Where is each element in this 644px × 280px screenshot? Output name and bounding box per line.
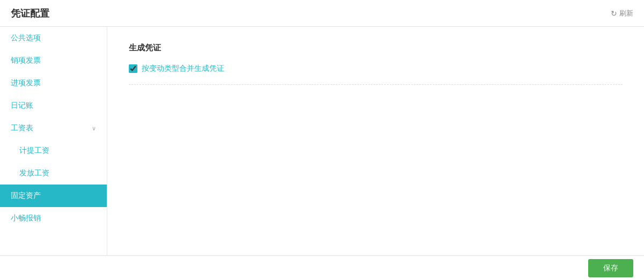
- page-title: 凭证配置: [11, 7, 49, 20]
- refresh-icon: ↻: [611, 9, 617, 18]
- section-divider: [129, 84, 623, 85]
- top-bar: 凭证配置 ↻ 刷新: [0, 0, 644, 27]
- sidebar-item-accrual-salary[interactable]: 计提工资: [0, 139, 107, 162]
- content-area: 生成凭证 按变动类型合并生成凭证: [107, 27, 644, 255]
- checkbox-label[interactable]: 按变动类型合并生成凭证: [142, 64, 224, 73]
- section-title: 生成凭证: [129, 43, 623, 53]
- sidebar-item-label: 计提工资: [19, 146, 49, 156]
- sidebar-item-purchase-invoice[interactable]: 进项发票: [0, 72, 107, 94]
- sidebar-item-label: 固定资产: [11, 191, 41, 201]
- sidebar-item-petty-expense[interactable]: 小畅报销: [0, 207, 107, 230]
- sidebar-item-pay-salary[interactable]: 发放工资: [0, 162, 107, 185]
- main-layout: 公共选项销项发票进项发票日记账工资表∨计提工资发放工资固定资产小畅报销 生成凭证…: [0, 27, 644, 255]
- bottom-bar: 保存: [0, 255, 644, 280]
- sidebar-item-label: 小畅报销: [11, 213, 41, 223]
- sidebar-item-label: 发放工资: [19, 168, 49, 178]
- sidebar-item-label: 销项发票: [11, 56, 41, 65]
- sidebar-item-journal[interactable]: 日记账: [0, 94, 107, 117]
- sidebar: 公共选项销项发票进项发票日记账工资表∨计提工资发放工资固定资产小畅报销: [0, 27, 107, 255]
- refresh-button[interactable]: ↻ 刷新: [611, 9, 633, 18]
- save-button[interactable]: 保存: [588, 259, 633, 277]
- sidebar-item-public-options[interactable]: 公共选项: [0, 27, 107, 49]
- sidebar-item-fixed-assets[interactable]: 固定资产: [0, 185, 107, 207]
- sidebar-item-payroll-sheet[interactable]: 工资表∨: [0, 117, 107, 139]
- merge-checkbox[interactable]: [129, 64, 137, 73]
- checkbox-row: 按变动类型合并生成凭证: [129, 64, 623, 73]
- sidebar-item-label: 进项发票: [11, 78, 41, 88]
- sidebar-item-label: 公共选项: [11, 33, 41, 43]
- chevron-down-icon: ∨: [92, 125, 96, 132]
- sidebar-item-label: 日记账: [11, 101, 33, 110]
- sidebar-item-sales-invoice[interactable]: 销项发票: [0, 49, 107, 72]
- refresh-label: 刷新: [619, 9, 633, 18]
- sidebar-item-label: 工资表: [11, 123, 33, 133]
